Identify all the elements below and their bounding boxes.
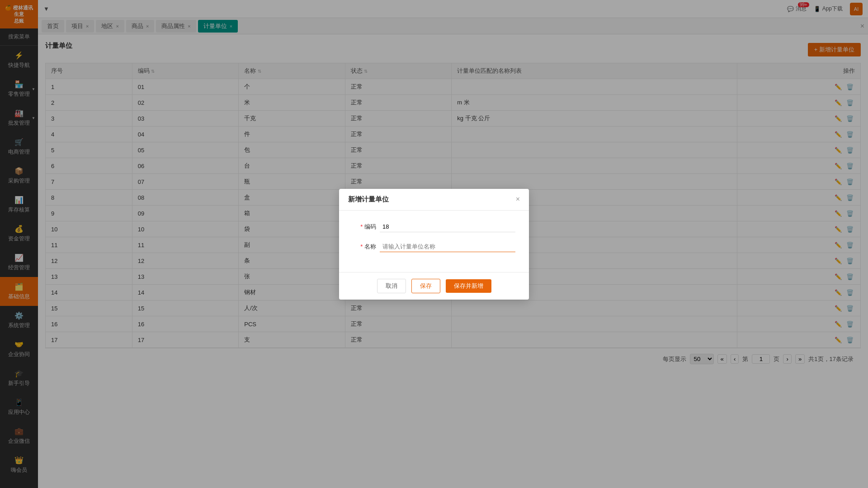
modal-body: 编码 名称 — [339, 211, 529, 272]
cancel-button[interactable]: 取消 — [377, 279, 406, 293]
name-label: 名称 — [353, 243, 380, 251]
modal-close-button[interactable]: × — [516, 195, 520, 203]
modal-footer: 取消 保存 保存并新增 — [339, 272, 529, 300]
code-input[interactable] — [380, 221, 515, 232]
name-field-row: 名称 — [353, 241, 515, 252]
code-label: 编码 — [353, 223, 380, 231]
save-button[interactable]: 保存 — [411, 279, 440, 293]
code-field-row: 编码 — [353, 221, 515, 232]
add-unit-modal: 新增计量单位 × 编码 名称 取消 保存 保存并新增 — [339, 189, 529, 300]
save-and-new-button[interactable]: 保存并新增 — [446, 279, 491, 293]
modal-title: 新增计量单位 — [348, 195, 389, 204]
name-input[interactable] — [380, 241, 515, 252]
modal-overlay: 新增计量单位 × 编码 名称 取消 保存 保存并新增 — [0, 0, 868, 488]
modal-header: 新增计量单位 × — [339, 189, 529, 211]
